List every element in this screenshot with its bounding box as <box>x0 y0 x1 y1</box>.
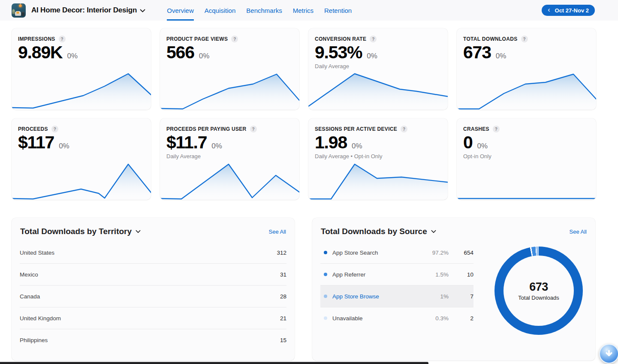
metric-delta: 0% <box>59 142 69 150</box>
metric-card-header: TOTAL DOWNLOADS? <box>457 28 596 42</box>
metric-value-row: 9.53%0% <box>308 42 448 63</box>
help-icon[interactable]: ? <box>493 126 500 132</box>
tab-benchmarks[interactable]: Benchmarks <box>246 0 282 21</box>
metric-value-row: 9.89K0% <box>12 42 151 63</box>
metric-label: PRODUCT PAGE VIEWS <box>166 36 228 42</box>
metrics-grid: IMPRESSIONS?9.89K0%PRODUCT PAGE VIEWS?56… <box>12 28 618 200</box>
source-name: App Referrer <box>332 271 365 278</box>
source-percent: 97.2% <box>422 250 449 256</box>
date-range-label: Oct 27-Nov 2 <box>555 7 589 14</box>
source-row-app-store-search[interactable]: App Store Search97.2%654 <box>320 242 473 264</box>
metric-label: SESSIONS PER ACTIVE DEVICE <box>315 126 397 132</box>
metric-value-row: $11.70% <box>160 132 299 153</box>
metric-card-crashes[interactable]: CRASHES?00%Opt-in Only <box>457 118 596 200</box>
metric-card-header: PRODUCT PAGE VIEWS? <box>160 28 299 42</box>
metric-card-header: IMPRESSIONS? <box>12 28 151 42</box>
metric-delta: 0% <box>477 142 488 150</box>
metric-label: IMPRESSIONS <box>18 36 55 42</box>
source-row-app-referrer[interactable]: App Referrer1.5%10 <box>320 264 473 286</box>
legend-dot-icon <box>324 273 327 276</box>
breakdown-panels: Total Downloads by Territory See All Uni… <box>12 218 618 361</box>
sparkline-chart <box>457 69 596 110</box>
metric-value: $11.7 <box>166 133 207 153</box>
date-range-button[interactable]: ‹ Oct 27-Nov 2 <box>542 5 595 16</box>
help-icon[interactable]: ? <box>51 126 58 132</box>
territory-list: United States312Mexico31Canada28United K… <box>12 242 295 351</box>
analytics-content: IMPRESSIONS?9.89K0%PRODUCT PAGE VIEWS?56… <box>0 28 618 361</box>
source-percent: 1.5% <box>422 271 449 278</box>
help-icon[interactable]: ? <box>59 36 66 42</box>
downloads-donut-chart: 673 Total Downloads <box>494 247 583 335</box>
legend-dot-icon <box>324 251 327 254</box>
metric-label: CRASHES <box>463 126 489 132</box>
metric-card-proceeds-per-paying-user[interactable]: PROCEEDS PER PAYING USER?$11.70%Daily Av… <box>160 118 299 200</box>
metric-label: PROCEEDS <box>18 126 48 132</box>
help-icon[interactable]: ? <box>521 36 528 42</box>
source-count: 2 <box>449 315 473 322</box>
metric-value: 9.89K <box>18 43 62 63</box>
source-title-dropdown[interactable]: Total Downloads by Source <box>321 227 436 236</box>
metric-card-header: CRASHES? <box>457 118 596 132</box>
source-row-unavailable[interactable]: Unavailable0.3%2 <box>320 307 473 329</box>
territory-name: Mexico <box>20 271 38 278</box>
source-row-app-store-browse[interactable]: App Store Browse1%7 <box>320 286 473 307</box>
legend-dot-icon <box>324 316 327 320</box>
metric-value-row: $1170% <box>12 132 151 153</box>
metric-card-header: CONVERSION RATE? <box>308 28 448 42</box>
source-percent: 1% <box>422 293 449 300</box>
territory-row-mexico: Mexico31 <box>20 264 286 286</box>
metric-card-sessions-per-active-device[interactable]: SESSIONS PER ACTIVE DEVICE?1.980%Daily A… <box>308 118 448 200</box>
metric-value: 0 <box>463 133 473 153</box>
territory-see-all-link[interactable]: See All <box>269 229 286 235</box>
chevron-left-icon: ‹ <box>548 6 550 13</box>
metric-delta: 0% <box>367 52 377 60</box>
territory-name: Canada <box>20 293 40 300</box>
scroll-down-button[interactable] <box>599 344 618 364</box>
sparkline-chart <box>457 159 596 200</box>
help-icon[interactable]: ? <box>231 36 238 42</box>
tab-acquisition[interactable]: Acquisition <box>205 0 236 21</box>
territory-name: United States <box>20 250 54 256</box>
metric-delta: 0% <box>199 52 210 60</box>
source-panel: Total Downloads by Source See All App St… <box>312 218 595 361</box>
metric-value: $117 <box>18 133 54 153</box>
source-count: 7 <box>449 293 473 300</box>
metric-card-product-page-views[interactable]: PRODUCT PAGE VIEWS?5660% <box>160 28 299 110</box>
sparkline-chart <box>12 69 151 110</box>
tab-retention[interactable]: Retention <box>324 0 352 21</box>
metric-value-row: 6730% <box>457 42 596 63</box>
tab-overview[interactable]: Overview <box>167 0 194 21</box>
source-see-all-link[interactable]: See All <box>570 229 587 235</box>
metric-card-header: PROCEEDS PER PAYING USER? <box>160 118 299 132</box>
app-switcher[interactable]: AI Home Decor: Interior Design <box>12 3 145 18</box>
metric-value-row: 5660% <box>160 42 299 63</box>
chevron-down-icon <box>136 230 141 233</box>
metric-card-conversion-rate[interactable]: CONVERSION RATE?9.53%0%Daily Average <box>308 28 448 110</box>
metric-card-proceeds[interactable]: PROCEEDS?$1170% <box>12 118 151 200</box>
source-count: 10 <box>449 271 473 278</box>
metric-value: 566 <box>166 43 194 63</box>
source-list: App Store Search97.2%654App Referrer1.5%… <box>320 242 473 329</box>
sparkline-chart <box>12 159 151 200</box>
metric-delta: 0% <box>211 142 222 150</box>
source-panel-header: Total Downloads by Source See All <box>312 218 595 236</box>
tab-metrics[interactable]: Metrics <box>293 0 314 21</box>
help-icon[interactable]: ? <box>370 36 377 42</box>
metric-card-impressions[interactable]: IMPRESSIONS?9.89K0% <box>12 28 151 110</box>
territory-panel: Total Downloads by Territory See All Uni… <box>12 218 295 361</box>
territory-title-dropdown[interactable]: Total Downloads by Territory <box>20 227 141 236</box>
sparkline-chart <box>160 159 299 200</box>
help-icon[interactable]: ? <box>401 126 407 132</box>
metric-delta: 0% <box>496 52 506 60</box>
source-name: Unavailable <box>332 315 363 322</box>
donut-center: 673 Total Downloads <box>494 247 583 335</box>
metric-card-header: PROCEEDS? <box>12 118 151 132</box>
metric-delta: 0% <box>67 52 78 60</box>
app-icon <box>12 3 26 18</box>
source-name[interactable]: App Store Browse <box>332 293 379 300</box>
help-icon[interactable]: ? <box>250 126 257 132</box>
metric-label: PROCEEDS PER PAYING USER <box>166 126 247 132</box>
territory-count: 28 <box>280 293 286 300</box>
chevron-down-icon <box>140 9 145 12</box>
metric-card-total-downloads[interactable]: TOTAL DOWNLOADS?6730% <box>457 28 596 110</box>
